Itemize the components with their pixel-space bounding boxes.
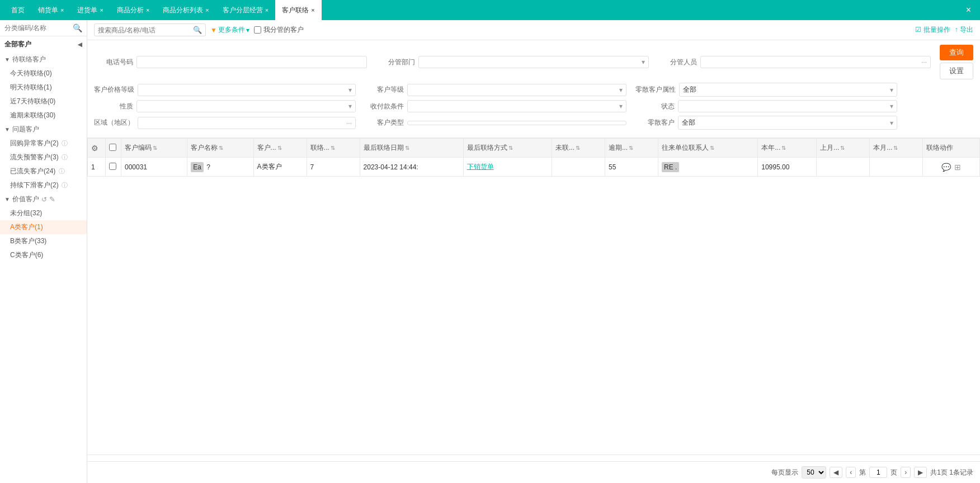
sidebar-item-7days[interactable]: 近7天待联络(0) xyxy=(0,94,87,108)
nav-customer-segment[interactable]: 客户分层经营 × xyxy=(216,0,275,20)
sidebar-item-today[interactable]: 今天待联络(0) xyxy=(0,67,87,80)
edit-value-icon[interactable]: ✎ xyxy=(49,195,55,203)
nav-close-customer-contact[interactable]: × xyxy=(311,7,314,13)
sort-name[interactable]: ⇅ xyxy=(219,145,223,151)
page-word: 第 xyxy=(859,468,866,477)
select-all-checkbox[interactable] xyxy=(109,144,116,151)
action-message-icon[interactable]: 💬 xyxy=(941,163,951,172)
sidebar-item-tomorrow[interactable]: 明天待联络(1) xyxy=(0,80,87,94)
sidebar-item-overdue[interactable]: 逾期未联络(30) xyxy=(0,108,87,122)
nav-close-customer-segment[interactable]: × xyxy=(265,7,268,13)
nav-purchase[interactable]: 进货单 × xyxy=(70,0,110,20)
filter-search-input[interactable] xyxy=(98,26,193,34)
sort-last-date[interactable]: ⇅ xyxy=(405,145,409,151)
sidebar-item-c-class[interactable]: C类客户(6) xyxy=(0,248,87,262)
sort-this-year[interactable]: ⇅ xyxy=(781,145,786,151)
sort-overdue[interactable]: ⇅ xyxy=(629,145,633,151)
refresh-icon[interactable]: ↺ xyxy=(41,196,47,203)
first-page-btn[interactable]: ◀ xyxy=(830,467,842,478)
sidebar-group-value[interactable]: ▼ 价值客户 ↺ ✎ xyxy=(0,192,87,206)
sort-code[interactable]: ⇅ xyxy=(153,145,157,151)
row-checkbox[interactable] xyxy=(109,163,116,170)
region-select[interactable]: ··· xyxy=(138,117,356,129)
row-code: 000031 xyxy=(121,158,187,177)
nav-customer-contact[interactable]: 客户联络 × xyxy=(275,0,321,20)
page-number-input[interactable] xyxy=(869,467,887,478)
arrow-pending: ▼ xyxy=(4,56,10,63)
row-name: Ea ? xyxy=(187,158,253,177)
nature-select[interactable]: ▾ xyxy=(136,100,356,112)
table-gear-icon[interactable]: ⚙ xyxy=(91,144,98,153)
action-qr-icon[interactable]: ⊞ xyxy=(954,163,961,172)
page-size-select[interactable]: 50 xyxy=(802,466,826,479)
payment-select[interactable]: ▾ xyxy=(407,100,626,112)
sidebar-group-problem[interactable]: ▼ 问题客户 xyxy=(0,122,87,136)
nav-home[interactable]: 首页 xyxy=(4,0,31,20)
retail-attr-arrow: ▾ xyxy=(890,86,893,94)
filter-search-icon[interactable]: 🔍 xyxy=(193,26,202,34)
nav-close-sales[interactable]: × xyxy=(60,7,64,13)
sidebar-item-declining[interactable]: 持续下滑客户(2) ⓘ xyxy=(0,178,87,192)
batch-ops-btn[interactable]: ☑ 批量操作 xyxy=(915,25,950,35)
retail-customer-select[interactable]: 全部 ▾ xyxy=(678,116,897,130)
nav-product-analysis-list[interactable]: 商品分析列表 × xyxy=(156,0,215,20)
last-method-link[interactable]: 下销货单 xyxy=(467,163,494,171)
sort-contact-count[interactable]: ⇅ xyxy=(331,145,335,151)
settings-btn[interactable]: 设置 xyxy=(940,63,973,79)
col-overdue: 逾期... ⇅ xyxy=(605,139,658,158)
filter-customer-level: 客户等级 ▾ xyxy=(365,84,626,96)
info-icon-0: ⓘ xyxy=(62,140,68,146)
export-btn[interactable]: ↑ 导出 xyxy=(955,25,973,35)
sidebar-search-icon[interactable]: 🔍 xyxy=(73,23,82,32)
sidebar-item-a-class[interactable]: A类客户(1) xyxy=(0,220,87,234)
person-select[interactable]: ··· xyxy=(700,56,931,68)
sidebar-search-input[interactable] xyxy=(4,24,73,32)
sidebar-item-b-class[interactable]: B类客户(33) xyxy=(0,234,87,248)
nav-close-product-analysis-list[interactable]: × xyxy=(205,7,209,13)
export-icon: ↑ xyxy=(955,26,958,34)
nav-close-product-analysis[interactable]: × xyxy=(146,7,149,13)
sidebar-item-churn-warning[interactable]: 流失预警客户(3) ⓘ xyxy=(0,150,87,164)
last-page-btn[interactable]: ▶ xyxy=(914,467,927,478)
nav-sales[interactable]: 销货单 × xyxy=(31,0,70,20)
sidebar-all-customers[interactable]: 全部客户 ◀ xyxy=(0,36,87,53)
row-this-month xyxy=(870,158,923,177)
more-filters-btn[interactable]: ▼ 更多条件 ▾ xyxy=(210,25,249,35)
price-level-select[interactable]: ▾ xyxy=(138,84,356,96)
nav-product-analysis[interactable]: 商品分析 × xyxy=(110,0,156,20)
phone-input[interactable] xyxy=(136,56,367,68)
my-customers-checkbox[interactable] xyxy=(254,26,261,34)
col-checkbox xyxy=(106,139,121,158)
horizontal-scrollbar[interactable] xyxy=(87,454,980,461)
nav-close-purchase[interactable]: × xyxy=(100,7,103,13)
prev-page-btn[interactable]: ‹ xyxy=(846,467,856,478)
data-table: ⚙ 客户编码 ⇅ 客户名称 xyxy=(87,138,980,177)
pagination: 每页显示 50 ◀ ‹ 第 页 › ▶ 共1页 1条记录 xyxy=(87,461,980,483)
sort-last-month[interactable]: ⇅ xyxy=(840,145,845,151)
sidebar-group-pending[interactable]: ▼ 待联络客户 xyxy=(0,53,87,67)
sort-last-method[interactable]: ⇅ xyxy=(508,145,513,151)
customer-type-select[interactable] xyxy=(407,121,626,125)
close-all-tabs[interactable]: × xyxy=(962,5,976,15)
filter-row-3: 性质 ▾ 收付款条件 ▾ 状态 xyxy=(94,100,973,112)
customer-level-select[interactable]: ▾ xyxy=(407,84,626,96)
sort-this-month[interactable]: ⇅ xyxy=(893,145,898,151)
query-btn[interactable]: 查询 xyxy=(940,45,973,60)
col-contact-person: 往来单位联系人 ⇅ xyxy=(658,139,757,158)
col-this-year: 本年... ⇅ xyxy=(758,139,817,158)
payment-arrow: ▾ xyxy=(619,102,623,110)
sort-customer-type[interactable]: ⇅ xyxy=(277,145,282,151)
sidebar-collapse-icon[interactable]: ◀ xyxy=(78,41,82,48)
sort-not-contacted[interactable]: ⇅ xyxy=(576,145,580,151)
row-last-date: 2023-04-12 14:44: xyxy=(360,158,463,177)
dept-select[interactable]: ▾ xyxy=(418,56,649,68)
retail-attr-select[interactable]: 全部 ▾ xyxy=(679,83,897,97)
sort-contact-person[interactable]: ⇅ xyxy=(710,145,714,151)
sidebar-item-ungrouped[interactable]: 未分组(32) xyxy=(0,206,87,220)
sidebar-item-repurchase-abnormal[interactable]: 回购异常客户(2) ⓘ xyxy=(0,136,87,150)
sidebar-item-churned[interactable]: 已流失客户(24) ⓘ xyxy=(0,164,87,178)
row-this-year: 10995.00 xyxy=(758,158,817,177)
status-select[interactable]: ▾ xyxy=(678,100,897,112)
next-page-btn[interactable]: › xyxy=(901,467,911,478)
sidebar: 🔍 全部客户 ◀ ▼ 待联络客户 今天待联络(0) 明天待联络(1) 近7天待联… xyxy=(0,20,87,483)
